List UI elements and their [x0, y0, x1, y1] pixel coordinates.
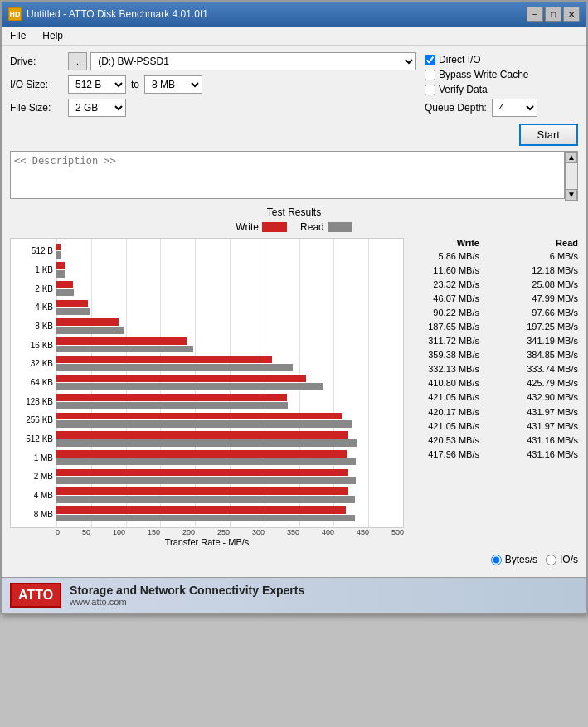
description-scrollbar[interactable]: ▲ ▼ [565, 151, 578, 201]
x-tick-100: 100 [113, 528, 125, 536]
bar-pair-4 [56, 318, 403, 334]
bytes-s-label[interactable]: Bytes/s [505, 554, 537, 565]
read-val-1: 12.18 MB/s [508, 264, 578, 278]
menu-help[interactable]: Help [37, 28, 68, 43]
bytes-s-radio[interactable] [491, 555, 502, 565]
write-bar-3 [56, 300, 88, 308]
scroll-up-arrow[interactable]: ▲ [566, 152, 577, 163]
drive-row: Drive: ... (D:) BW-PSSD1 [10, 52, 416, 70]
read-val-12: 431.97 MB/s [508, 419, 578, 434]
bar-pair-13 [56, 487, 403, 503]
x-tick-0: 0 [56, 528, 60, 536]
io-size-from-select[interactable]: 512 B [68, 75, 126, 94]
atto-footer: ATTO Storage and Network Connectivity Ex… [2, 577, 586, 613]
chart-row-label-14: 8 MB [11, 511, 56, 519]
direct-io-row: Direct I/O [425, 54, 578, 65]
read-val-4: 97.66 MB/s [508, 306, 578, 320]
bar-pair-12 [56, 469, 403, 485]
read-bar-11 [56, 458, 356, 466]
table-row-10: 421.05 MB/s 432.90 MB/s [409, 390, 578, 405]
write-val-10: 421.05 MB/s [409, 390, 479, 405]
read-val-0: 6 MB/s [508, 250, 578, 264]
start-button[interactable]: Start [519, 124, 578, 146]
bar-pair-6 [56, 356, 403, 372]
write-val-8: 332.13 MB/s [409, 362, 479, 376]
direct-io-label[interactable]: Direct I/O [439, 54, 481, 65]
read-val-10: 432.90 MB/s [508, 390, 578, 405]
x-axis-label: Transfer Rate - MB/s [10, 537, 404, 547]
read-val-2: 25.08 MB/s [508, 278, 578, 292]
write-bar-7 [56, 375, 306, 382]
read-val-14: 431.16 MB/s [508, 448, 578, 462]
direct-io-checkbox[interactable] [425, 55, 435, 65]
io-s-radio[interactable] [546, 555, 556, 565]
read-bar-0 [56, 251, 61, 259]
read-val-13: 431.16 MB/s [508, 434, 578, 448]
description-textarea[interactable] [10, 151, 565, 199]
read-val-6: 341.19 MB/s [508, 334, 578, 348]
table-row-7: 359.38 MB/s 384.85 MB/s [409, 348, 578, 362]
close-button[interactable]: ✕ [563, 7, 580, 22]
verify-data-label[interactable]: Verify Data [439, 84, 488, 95]
io-size-label: I/O Size: [10, 79, 68, 90]
read-legend-color [328, 222, 352, 232]
bar-pair-11 [56, 450, 403, 466]
title-bar-left: HD Untitled - ATTO Disk Benchmark 4.01.0… [8, 7, 208, 21]
read-bar-6 [56, 364, 293, 371]
col-write-header: Write [409, 238, 479, 248]
chart-row-label-6: 32 KB [11, 360, 56, 368]
table-row-1: 11.60 MB/s 12.18 MB/s [409, 264, 578, 278]
file-size-select[interactable]: 2 GB [68, 99, 126, 117]
scroll-down-arrow[interactable]: ▼ [566, 189, 577, 201]
table-row-12: 421.05 MB/s 431.97 MB/s [409, 419, 578, 434]
chart-and-data: 512 B1 KB2 KB4 KB8 KB16 KB32 KB64 KB128 … [10, 238, 578, 547]
io-s-radio-item: IO/s [546, 554, 578, 565]
test-results-section: Test Results Write Read [10, 206, 578, 547]
bar-pair-9 [56, 413, 403, 429]
chart-row-label-12: 2 MB [11, 473, 56, 481]
read-bar-4 [56, 327, 124, 334]
chart-row-label-13: 4 MB [11, 492, 56, 500]
read-bar-2 [56, 289, 74, 297]
maximize-button[interactable]: □ [545, 7, 561, 22]
table-row-6: 311.72 MB/s 341.19 MB/s [409, 334, 578, 348]
write-val-2: 23.32 MB/s [409, 278, 479, 292]
table-row-3: 46.07 MB/s 47.99 MB/s [409, 292, 578, 306]
write-val-3: 46.07 MB/s [409, 292, 479, 306]
write-bar-14 [56, 506, 346, 514]
queue-depth-select[interactable]: 4 [492, 99, 537, 117]
io-s-label[interactable]: IO/s [560, 554, 578, 565]
table-row-4: 90.22 MB/s 97.66 MB/s [409, 306, 578, 320]
write-val-9: 410.80 MB/s [409, 376, 479, 390]
browse-button[interactable]: ... [68, 52, 87, 70]
bar-pair-10 [56, 431, 403, 447]
chart-row-label-11: 1 MB [11, 454, 56, 463]
app-icon: HD [8, 7, 22, 21]
minimize-button[interactable]: − [527, 7, 543, 22]
table-row-11: 420.17 MB/s 431.97 MB/s [409, 405, 578, 419]
write-val-12: 421.05 MB/s [409, 419, 479, 434]
write-bar-0 [56, 244, 61, 251]
bypass-cache-label[interactable]: Bypass Write Cache [439, 69, 529, 80]
window-controls: − □ ✕ [527, 7, 580, 22]
io-size-to-select[interactable]: 8 MB [144, 75, 202, 94]
read-bar-14 [56, 515, 355, 522]
title-bar: HD Untitled - ATTO Disk Benchmark 4.01.0… [2, 2, 586, 27]
legend-write: Write [236, 221, 287, 233]
write-val-0: 5.86 MB/s [409, 250, 479, 264]
left-form: Drive: ... (D:) BW-PSSD1 I/O Size: 512 B… [10, 52, 425, 146]
data-table-header: Write Read [409, 238, 578, 248]
verify-data-row: Verify Data [425, 84, 578, 95]
bar-pair-0 [56, 244, 403, 259]
chart-bars [56, 239, 403, 527]
drive-select[interactable]: (D:) BW-PSSD1 [90, 52, 416, 70]
table-row-5: 187.65 MB/s 197.25 MB/s [409, 320, 578, 334]
table-row-0: 5.86 MB/s 6 MB/s [409, 250, 578, 264]
write-bar-10 [56, 431, 348, 439]
bypass-cache-checkbox[interactable] [425, 70, 435, 80]
read-val-7: 384.85 MB/s [508, 348, 578, 362]
table-row-14: 417.96 MB/s 431.16 MB/s [409, 448, 578, 462]
verify-data-checkbox[interactable] [425, 85, 435, 95]
menu-file[interactable]: File [5, 28, 31, 43]
io-size-to-label: to [131, 79, 139, 90]
